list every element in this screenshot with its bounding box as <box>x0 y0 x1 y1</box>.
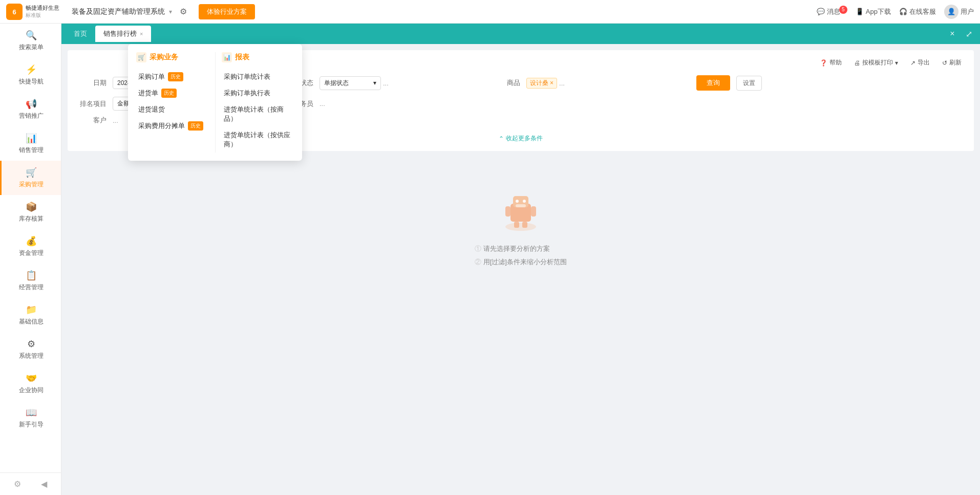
headset-icon: 🎧 <box>899 8 907 15</box>
status-control: 单据状态 ▾ ... <box>319 76 483 90</box>
settings-icon[interactable]: ⚙ <box>176 5 190 19</box>
sidebar-item-search[interactable]: 🔍 搜索菜单 <box>0 24 61 58</box>
dropdown-arrow-icon[interactable]: ▾ <box>169 8 172 15</box>
report-section-icon: 📊 <box>222 52 232 62</box>
customer-label: 客户 <box>76 116 106 125</box>
sidebar-item-basic[interactable]: 📁 基础信息 <box>0 298 61 332</box>
inventory-icon: 📦 <box>26 201 37 212</box>
phone-icon: 📱 <box>856 8 864 15</box>
message-badge: 5 <box>839 6 847 14</box>
empty-state: ① 请先选择要分析的方案 ② 用[过滤]条件来缩小分析范围 <box>68 155 974 299</box>
guide-icon: 📖 <box>26 407 37 418</box>
operation-icon: 📋 <box>26 270 37 281</box>
print-btn[interactable]: 🖨 按模板打印 ▾ <box>850 56 902 69</box>
svg-text:6: 6 <box>12 8 16 16</box>
sidebar-item-quick-nav[interactable]: ⚡ 快捷导航 <box>0 58 61 92</box>
sidebar-bottom: ⚙ ◀ <box>0 472 61 495</box>
tab-close-icon[interactable]: × <box>140 31 143 37</box>
tab-sales-rank[interactable]: 销售排行榜 × <box>95 26 151 42</box>
settings-btn[interactable]: 设置 <box>736 76 762 91</box>
hist-badge-po: 历史 <box>168 72 183 81</box>
online-service-btn[interactable]: 🎧 在线客服 <box>899 7 936 16</box>
system-icon: ⚙ <box>27 338 35 350</box>
sidebar-item-enterprise[interactable]: 🤝 企业协同 <box>0 367 61 401</box>
svg-point-6 <box>523 200 526 203</box>
dropdown-item-expense[interactable]: 采购费用分摊单 历史 <box>136 118 215 134</box>
query-btn[interactable]: 查询 <box>696 75 730 91</box>
sidebar-label-sales: 销售管理 <box>19 146 44 155</box>
svg-point-2 <box>505 223 536 231</box>
sidebar-collapse-icon[interactable]: ◀ <box>41 479 47 489</box>
dropdown-item-po[interactable]: 采购订单 历史 <box>136 69 215 85</box>
sidebar-label-quick-nav: 快捷导航 <box>19 77 44 86</box>
app-download-btn[interactable]: 📱 App下载 <box>856 7 891 16</box>
content-area: 首页 销售排行榜 × × ⤢ ❓ 帮助 <box>61 24 980 495</box>
basic-icon: 📁 <box>26 304 37 315</box>
collapse-icon: ⌃ <box>499 135 504 142</box>
refresh-icon: ↺ <box>942 59 947 67</box>
rank-label: 排名项目 <box>76 99 106 109</box>
sidebar-item-marketing[interactable]: 📢 营销推广 <box>0 92 61 126</box>
sidebar-label-marketing: 营销推广 <box>19 112 44 120</box>
status-placeholder: 单据状态 <box>324 79 349 88</box>
help-btn[interactable]: ❓ 帮助 <box>816 56 846 69</box>
sidebar-item-guide[interactable]: 📖 新手引导 <box>0 401 61 435</box>
header-center: 体验行业方案 <box>190 4 817 19</box>
dropdown-item-po-exec[interactable]: 采购订单执行表 <box>222 85 294 101</box>
dropdown-item-inbound-by-supplier[interactable]: 进货单统计表（按供应商） <box>222 127 294 153</box>
sidebar-label-guide: 新手引导 <box>19 420 44 429</box>
tab-sales-rank-label: 销售排行榜 <box>103 29 137 38</box>
sidebar-item-system[interactable]: ⚙ 系统管理 <box>0 332 61 367</box>
svg-rect-8 <box>505 206 510 217</box>
customer-more-icon[interactable]: ... <box>113 117 118 124</box>
status-dropdown-icon: ▾ <box>373 79 376 87</box>
empty-tip-1: ① 请先选择要分析的方案 <box>475 242 567 255</box>
sidebar-label-operation: 经营管理 <box>19 283 44 292</box>
sidebar-item-capital[interactable]: 💰 资金管理 <box>0 229 61 264</box>
toolbar-right: ❓ 帮助 🖨 按模板打印 ▾ ↗ 导出 ↺ <box>816 56 966 69</box>
goods-control: 设计桑 × ... <box>526 78 690 89</box>
goods-tag[interactable]: 设计桑 × <box>526 78 557 89</box>
logo-badge: 标准版 <box>26 12 59 19</box>
dropdown-item-inbound[interactable]: 进货单 历史 <box>136 85 215 101</box>
svg-rect-7 <box>516 204 526 207</box>
logo-icon: 6 <box>6 4 23 20</box>
sales-icon: 📊 <box>26 133 37 144</box>
export-btn[interactable]: ↗ 导出 <box>906 56 934 69</box>
svg-rect-10 <box>514 222 519 228</box>
tab-controls: × ⤢ <box>945 27 976 41</box>
refresh-btn[interactable]: ↺ 刷新 <box>938 56 966 69</box>
tab-expand-btn[interactable]: ⤢ <box>962 27 976 41</box>
staff-more-icon[interactable]: ... <box>319 100 325 107</box>
sidebar-label-capital: 资金管理 <box>19 249 44 257</box>
sidebar-settings-icon[interactable]: ⚙ <box>14 479 21 489</box>
hist-badge-expense: 历史 <box>188 121 203 131</box>
sidebar-item-operation[interactable]: 📋 经营管理 <box>0 264 61 298</box>
header-right: 💬 消息 5 📱 App下载 🎧 在线客服 👤 用户 <box>817 5 974 19</box>
quick-nav-icon: ⚡ <box>26 64 37 75</box>
sidebar-item-sales[interactable]: 📊 销售管理 <box>0 126 61 161</box>
report-section-title: 📊 报表 <box>222 52 294 62</box>
dropdown-item-inbound-by-goods[interactable]: 进货单统计表（按商品） <box>222 101 294 127</box>
goods-more-icon[interactable]: ... <box>559 79 565 87</box>
message-icon: 💬 <box>817 8 825 15</box>
dropdown-item-return[interactable]: 进货退货 <box>136 101 215 118</box>
industry-btn[interactable]: 体验行业方案 <box>199 4 255 19</box>
message-btn[interactable]: 💬 消息 5 <box>817 7 847 16</box>
status-more-icon[interactable]: ... <box>383 79 389 87</box>
purchase-icon: 🛒 <box>26 167 37 178</box>
export-icon: ↗ <box>910 59 915 67</box>
status-select[interactable]: 单据状态 ▾ <box>319 76 381 90</box>
svg-rect-11 <box>522 222 527 228</box>
tab-close-btn[interactable]: × <box>945 27 960 41</box>
user-btn[interactable]: 👤 用户 <box>944 5 974 19</box>
dropdown-item-po-stat[interactable]: 采购订单统计表 <box>222 69 294 85</box>
hist-badge-inbound: 历史 <box>161 89 177 98</box>
tab-home[interactable]: 首页 <box>66 26 95 42</box>
goods-tag-close[interactable]: × <box>550 79 553 87</box>
avatar: 👤 <box>944 5 958 19</box>
enterprise-icon: 🤝 <box>26 373 37 384</box>
sidebar-item-purchase[interactable]: 🛒 采购管理 <box>0 161 61 195</box>
sidebar-label-purchase: 采购管理 <box>19 180 44 189</box>
sidebar-item-inventory[interactable]: 📦 库存核算 <box>0 195 61 229</box>
